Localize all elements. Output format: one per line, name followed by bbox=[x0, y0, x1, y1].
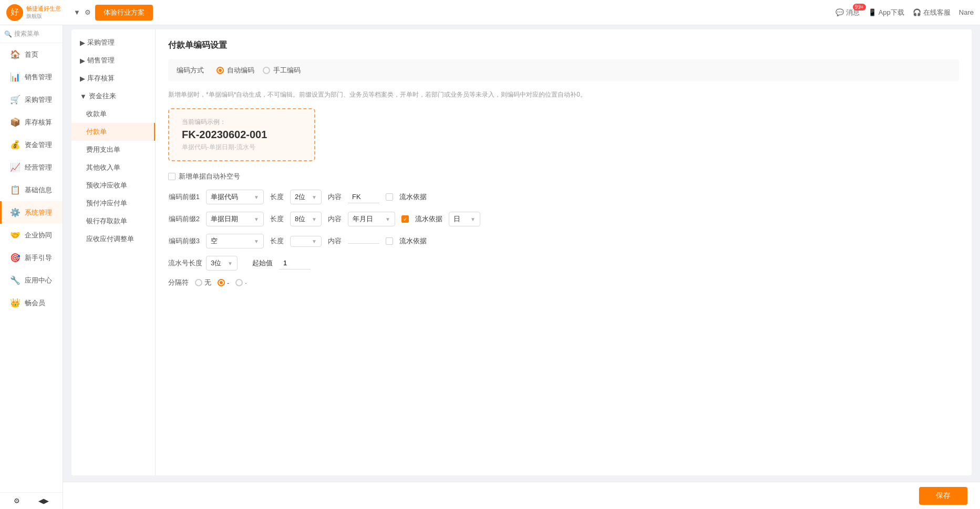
sidebar-item-apps[interactable]: 🔧 应用中心 bbox=[0, 269, 63, 292]
sidebar-item-base[interactable]: 📋 基础信息 bbox=[0, 179, 63, 201]
sub-nav-item-bank-deposit[interactable]: 银行存取款单 bbox=[71, 212, 155, 230]
sales-icon: 📊 bbox=[10, 72, 20, 82]
home-icon: 🏠 bbox=[10, 49, 20, 59]
panel-title: 付款单编码设置 bbox=[168, 40, 959, 51]
prefix3-value: 空 bbox=[211, 236, 218, 246]
save-button[interactable]: 保存 bbox=[919, 487, 967, 505]
sidebar-item-sales[interactable]: 📊 销售管理 bbox=[0, 66, 63, 88]
stream2-checkbox[interactable]: ✓ bbox=[401, 215, 409, 223]
sidebar-search[interactable]: 🔍 搜索菜单 bbox=[0, 25, 63, 43]
length3-label: 长度 bbox=[270, 236, 284, 246]
user-menu[interactable]: Nare bbox=[959, 8, 974, 16]
sidebar-item-ops[interactable]: 📈 经营管理 bbox=[0, 156, 63, 179]
sub-nav-group-purchase[interactable]: ▶ 采购管理 bbox=[71, 34, 155, 51]
stream1-label: 流水依据 bbox=[399, 192, 427, 202]
chevron-down-icon: ▼ bbox=[254, 216, 259, 222]
sidebar-item-coop[interactable]: 🤝 企业协同 bbox=[0, 224, 63, 246]
info-text: 新增单据时，*单据编码*自动生成，不可编辑。前缀设置为部门、业务员等档案类，开单… bbox=[168, 90, 959, 100]
prefix-row-3: 编码前缀3 空 ▼ 长度 ▼ 内容 流水依据 bbox=[168, 234, 959, 248]
sub-nav-item-payable-adjust[interactable]: 应收应付调整单 bbox=[71, 230, 155, 248]
stream3-checkbox[interactable] bbox=[386, 237, 393, 245]
gear-icon: ⚙ bbox=[85, 8, 91, 16]
sep-none-option[interactable]: 无 bbox=[195, 278, 211, 287]
sub-nav-group-sales[interactable]: ▶ 销售管理 bbox=[71, 51, 155, 69]
prefix2-select[interactable]: 单据日期 ▼ bbox=[206, 212, 264, 226]
sidebar-item-member[interactable]: 👑 畅会员 bbox=[0, 292, 63, 314]
sidebar: 🔍 搜索菜单 🏠 首页 📊 销售管理 🛒 采购管理 📦 库存核算 💰 资金管理 … bbox=[0, 25, 63, 509]
logo-icon: 好 bbox=[6, 4, 23, 21]
prefix3-select[interactable]: 空 ▼ bbox=[206, 234, 264, 248]
content-area: 首页 单据编码设置 × － ⛶ ▶ 采购管理 ▶ 销售管理 bbox=[63, 0, 980, 484]
start-value-input[interactable] bbox=[279, 257, 311, 269]
sub-nav-item-prepay-payment[interactable]: 预付冲应付单 bbox=[71, 194, 155, 212]
length1-value: 2位 bbox=[295, 192, 305, 202]
sidebar-item-label: 首页 bbox=[25, 50, 38, 59]
length2-value: 8位 bbox=[295, 214, 305, 224]
logo-text: 畅捷通好生意 旗舰版 bbox=[26, 5, 61, 19]
sep-none-radio bbox=[195, 279, 202, 286]
length1-label: 长度 bbox=[270, 192, 284, 202]
sep-dash-option[interactable]: - bbox=[218, 279, 229, 287]
sidebar-item-system[interactable]: ⚙️ 系统管理 bbox=[0, 201, 63, 224]
sidebar-item-home[interactable]: 🏠 首页 bbox=[0, 43, 63, 66]
sub-nav-group-capital[interactable]: ▼ 资金往来 bbox=[71, 87, 155, 105]
chevron-down-icon: ▼ bbox=[312, 194, 317, 200]
serial-length-select[interactable]: 3位 ▼ bbox=[206, 256, 238, 271]
prefix1-select[interactable]: 单据代码 ▼ bbox=[206, 190, 264, 204]
length3-select[interactable]: ▼ bbox=[290, 236, 322, 247]
prefix-row-1: 编码前缀1 单据代码 ▼ 长度 2位 ▼ 内容 FK 流水依据 bbox=[168, 190, 959, 204]
start-value-label: 起始值 bbox=[252, 258, 273, 268]
sidebar-item-label: 系统管理 bbox=[25, 208, 52, 217]
radio-manual[interactable]: 手工编码 bbox=[263, 66, 301, 75]
sub-nav-group-inventory[interactable]: ▶ 库存核算 bbox=[71, 69, 155, 87]
separator-label: 分隔符 bbox=[168, 278, 189, 287]
sub-nav-item-payment[interactable]: 付款单 bbox=[71, 123, 155, 141]
chevron-down-icon: ▼ bbox=[254, 194, 259, 200]
chevron-down-icon: ▼ bbox=[80, 92, 87, 100]
content2-select[interactable]: 年月日 ▼ bbox=[348, 212, 395, 226]
sidebar-item-guide[interactable]: 🎯 新手引导 bbox=[0, 246, 63, 269]
top-bar-left: 好 畅捷通好生意 旗舰版 ▼ ⚙ 体验行业方案 bbox=[6, 4, 153, 21]
chevron-down-icon: ▼ bbox=[312, 238, 317, 244]
sub-nav-item-receipt[interactable]: 收款单 bbox=[71, 105, 155, 123]
system-icon: ⚙️ bbox=[10, 207, 20, 217]
app-download-btn[interactable]: 📱 App下载 bbox=[868, 8, 904, 17]
finance-icon: 💰 bbox=[10, 140, 20, 150]
settings-icon-btn[interactable]: ⚙ bbox=[85, 8, 91, 16]
stream2-unit-select[interactable]: 日 ▼ bbox=[449, 212, 480, 226]
trial-btn[interactable]: 体验行业方案 bbox=[95, 5, 153, 20]
settings-bottom-icon[interactable]: ⚙ bbox=[14, 497, 20, 505]
length1-select[interactable]: 2位 ▼ bbox=[290, 190, 322, 204]
sub-nav-item-expense[interactable]: 费用支出单 bbox=[71, 141, 155, 159]
sub-nav-item-other-income[interactable]: 其他收入单 bbox=[71, 159, 155, 176]
sidebar-item-label: 采购管理 bbox=[25, 95, 52, 105]
stream1-checkbox[interactable] bbox=[386, 193, 393, 201]
content3-value bbox=[348, 239, 379, 244]
sidebar-item-label: 基础信息 bbox=[25, 185, 52, 195]
content2-label: 内容 bbox=[328, 214, 342, 224]
prefix1-label: 编码前缀1 bbox=[168, 192, 200, 202]
online-service-btn[interactable]: 🎧 在线客服 bbox=[913, 8, 951, 17]
encoding-label: 编码方式 bbox=[177, 66, 204, 75]
inventory-icon: 📦 bbox=[10, 117, 20, 127]
length2-select[interactable]: 8位 ▼ bbox=[290, 212, 322, 226]
code-preview-desc: 单据代码-单据日期-流水号 bbox=[182, 143, 302, 152]
message-btn[interactable]: 💬 消息 99+ bbox=[835, 8, 860, 17]
content2-value: 年月日 bbox=[353, 214, 373, 224]
sidebar-item-finance[interactable]: 💰 资金管理 bbox=[0, 133, 63, 156]
stream2-label: 流水依据 bbox=[415, 214, 442, 224]
prefix-row-2: 编码前缀2 单据日期 ▼ 长度 8位 ▼ 内容 年月日 ▼ ✓ bbox=[168, 212, 959, 226]
auto-fill-checkbox-row[interactable]: 新增单据自动补空号 bbox=[168, 172, 959, 181]
sidebar-item-purchase[interactable]: 🛒 采购管理 bbox=[0, 88, 63, 111]
separator-options: 无 - · bbox=[195, 278, 247, 287]
radio-auto[interactable]: 自动编码 bbox=[216, 66, 254, 75]
radio-manual-circle bbox=[263, 67, 270, 74]
sidebar-item-inventory[interactable]: 📦 库存核算 bbox=[0, 111, 63, 133]
auto-fill-checkbox[interactable] bbox=[168, 173, 176, 180]
message-icon: 💬 bbox=[835, 8, 844, 16]
coop-icon: 🤝 bbox=[10, 230, 20, 240]
collapse-icon[interactable]: ◀▶ bbox=[38, 497, 49, 505]
nav-dropdown[interactable]: ▼ bbox=[74, 8, 80, 16]
sep-dot-option[interactable]: · bbox=[235, 279, 247, 287]
sub-nav-item-prepay-receipt[interactable]: 预收冲应收单 bbox=[71, 176, 155, 194]
